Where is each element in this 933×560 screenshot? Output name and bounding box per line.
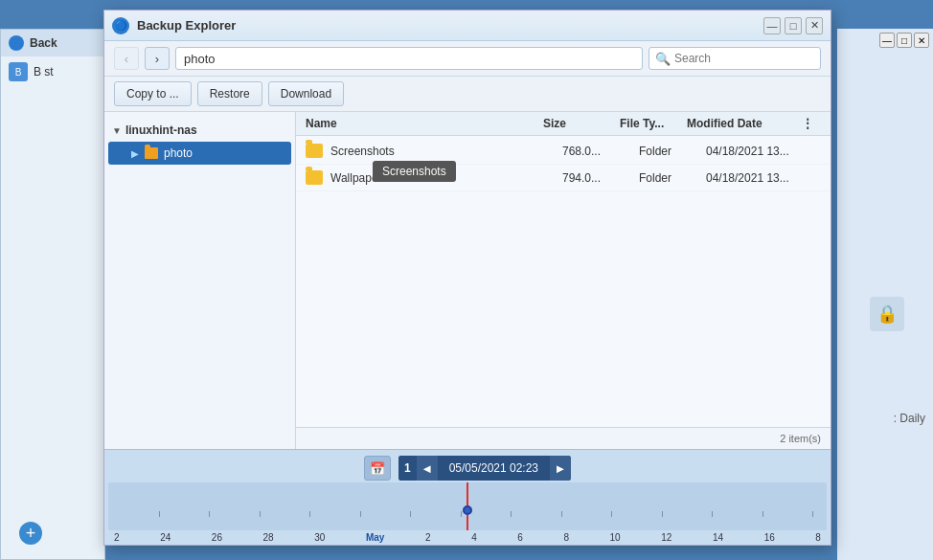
bg-titlebar: Back [1,30,104,56]
lock-icon: 🔒 [870,297,904,331]
tick-mark [159,511,160,517]
timeline: 📅 1 ◄ 05/05/2021 02:23 ► [104,449,831,545]
bg-right-controls: — □ ✕ [837,29,933,52]
back-button[interactable]: ‹ [114,47,139,70]
chevron-right-icon: ▶ [131,148,139,159]
timeline-track[interactable] [108,482,827,530]
timeline-nav: 1 ◄ 05/05/2021 02:23 ► [398,456,571,481]
file-name-cell: Wallpapers [306,170,562,185]
timeline-label: 26 [212,532,222,543]
col-header-size: Size [543,117,620,130]
content-area: ▼ linuxhint-nas ▶ photo Name Size File T… [104,112,831,449]
app-icon: 🔵 [112,17,129,34]
timeline-next-button[interactable]: ► [550,456,571,481]
tick-mark [209,511,210,517]
timeline-prev-button[interactable]: ◄ [417,456,438,481]
bg-minimize[interactable]: — [879,33,895,48]
tick-mark [611,511,612,517]
maximize-button[interactable]: □ [785,17,802,34]
tick-mark [712,511,713,517]
folder-icon [306,144,323,158]
item-count: 2 item(s) [780,433,821,444]
sidebar-group-header[interactable]: ▼ linuxhint-nas [104,120,295,141]
file-type: Folder [639,171,706,185]
folder-icon [145,147,158,159]
bg-app-title: Back [30,36,57,50]
file-type: Folder [639,145,706,158]
file-name-cell: Screenshots [306,144,562,158]
timeline-dot [463,505,472,515]
tick-mark [662,511,663,517]
timeline-label: 2 [114,532,120,543]
bg-maximize[interactable]: □ [897,33,912,48]
timeline-counter: 1 [398,456,417,481]
file-list-header: Name Size File Ty... Modified Date ⋮ [296,112,831,136]
window-title: Backup Explorer [137,18,236,33]
background-right-panel: — □ ✕ 🔒 : Daily [837,29,933,560]
timeline-month-label: May [366,532,384,543]
timeline-date: 05/05/2021 02:23 [438,456,550,481]
nav-toolbar: ‹ › 🔍 [104,41,831,77]
titlebar: 🔵 Backup Explorer — □ ✕ [104,11,831,41]
sidebar-item-label: photo [164,146,193,160]
bg-sidebar-label: B st [34,65,54,78]
timeline-controls: 📅 1 ◄ 05/05/2021 02:23 ► [104,450,831,482]
calendar-button[interactable]: 📅 [364,456,391,481]
timeline-label: 8 [563,532,569,543]
tick-mark [410,511,411,517]
timeline-label: 8 [815,532,821,543]
timeline-label: 2 [425,532,431,543]
table-row[interactable]: Wallpapers 794.0... Folder 04/18/2021 13… [296,165,831,191]
file-size: 794.0... [562,171,639,185]
window-controls: — □ ✕ [763,17,823,34]
file-name: Screenshots [330,145,395,158]
folder-icon [306,170,323,185]
bg-app-icon [9,35,24,51]
daily-label: : Daily [894,412,925,425]
status-bar: 2 item(s) [296,427,831,449]
search-box[interactable]: 🔍 [649,47,821,70]
tick-mark [260,511,261,517]
tick-mark [812,511,813,517]
copy-to-button[interactable]: Copy to ... [114,81,192,106]
col-header-name: Name [306,117,543,130]
forward-button[interactable]: › [145,47,170,70]
timeline-label: 16 [764,532,775,543]
file-list: Name Size File Ty... Modified Date ⋮ Scr… [296,112,831,449]
add-button[interactable]: + [19,522,42,545]
timeline-label: 10 [610,532,621,543]
tick-mark [309,511,310,517]
file-date: 04/18/2021 13... [706,145,821,158]
address-bar[interactable] [175,47,643,70]
timeline-label: 6 [517,532,523,543]
col-header-type: File Ty... [620,117,687,130]
chevron-down-icon: ▼ [112,125,122,136]
minimize-button[interactable]: — [763,17,781,34]
tick-mark [561,511,562,517]
search-input[interactable] [674,52,808,65]
action-bar: Copy to ... Restore Download [104,77,831,112]
file-date: 04/18/2021 13... [706,171,821,185]
file-size: 768.0... [562,145,639,158]
close-button[interactable]: ✕ [806,17,823,34]
file-name: Wallpapers [330,171,388,185]
col-header-date: Modified Date [687,117,802,130]
timeline-label: 30 [314,532,325,543]
timeline-label: 4 [471,532,477,543]
bg-sidebar-icon: B [9,62,28,81]
sidebar-group: ▼ linuxhint-nas ▶ photo [104,120,295,165]
bg-close[interactable]: ✕ [914,33,929,48]
backup-explorer-window: 🔵 Backup Explorer — □ ✕ ‹ › 🔍 Copy to ..… [103,10,831,546]
download-button[interactable]: Download [268,81,344,106]
search-icon: 🔍 [655,52,671,66]
bg-sidebar-item: B B st [1,56,104,87]
table-row[interactable]: Screenshots 768.0... Folder 04/18/2021 1… [296,138,831,165]
restore-button[interactable]: Restore [197,81,262,106]
sidebar-group-label: linuxhint-nas [125,123,197,137]
timeline-label: 14 [713,532,723,543]
sidebar-item-photo[interactable]: ▶ photo [108,142,291,165]
timeline-labels: 2 24 26 28 30 May 2 4 6 8 10 12 14 16 8 [104,530,831,543]
tick-mark [360,511,361,517]
timeline-label: 28 [263,532,274,543]
timeline-label: 24 [160,532,171,543]
